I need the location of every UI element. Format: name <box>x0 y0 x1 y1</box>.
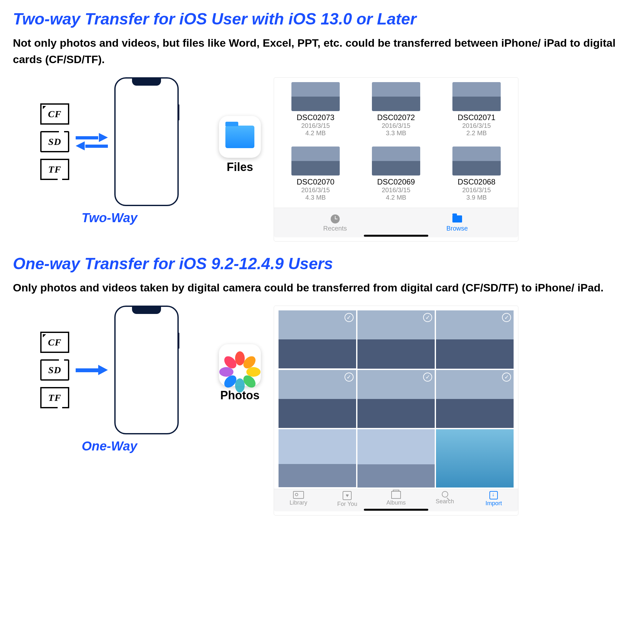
file-item[interactable]: DSC02073 2016/3/15 4.2 MB <box>279 82 353 137</box>
card-tf: TF <box>40 387 69 408</box>
check-icon: ✓ <box>345 313 354 322</box>
file-thumbnail <box>372 82 420 111</box>
photo-cell[interactable] <box>279 429 356 487</box>
photos-app-icon <box>219 344 261 386</box>
heart-icon <box>343 491 352 500</box>
file-date: 2016/3/15 <box>301 122 330 129</box>
tab-albums[interactable]: Albums <box>372 491 421 507</box>
photo-cell[interactable]: ✓ <box>279 310 356 368</box>
file-size: 3.3 MB <box>386 129 406 137</box>
files-app-label: Files <box>227 160 253 174</box>
photo-cell[interactable]: ✓ <box>436 370 514 428</box>
import-icon <box>489 491 498 499</box>
diagram-label-two-way: Two-Way <box>81 211 137 225</box>
diagram-one-way: CF SD TF One-Way <box>13 306 206 516</box>
tab-search[interactable]: Search <box>421 491 469 507</box>
photos-import-screenshot: ✓ ✓ ✓ ✓ ✓ ✓ Library For You <box>274 306 518 516</box>
file-thumbnail <box>291 82 340 111</box>
tab-import[interactable]: Import <box>469 491 518 507</box>
desc-two-way: Not only photos and videos, but files li… <box>13 35 631 68</box>
card-sd: SD <box>40 131 69 152</box>
tab-label: Library <box>289 499 307 506</box>
photo-cell[interactable]: ✓ <box>357 370 435 428</box>
tab-label: Import <box>486 500 502 507</box>
file-thumbnail <box>452 147 501 175</box>
section-two-way: Two-way Transfer for iOS User with iOS 1… <box>13 10 631 241</box>
file-name: DSC02069 <box>377 177 415 186</box>
home-indicator <box>364 509 428 511</box>
file-item[interactable]: DSC02071 2016/3/15 2.2 MB <box>440 82 514 137</box>
tab-label: Recents <box>323 225 347 232</box>
photo-cell[interactable]: ✓ <box>279 370 356 428</box>
file-date: 2016/3/15 <box>462 122 491 129</box>
file-name: DSC02070 <box>297 177 334 186</box>
file-size: 3.9 MB <box>466 194 487 201</box>
tab-library[interactable]: Library <box>274 491 323 507</box>
tab-label: Albums <box>386 499 406 506</box>
photo-cell[interactable] <box>436 429 514 488</box>
check-icon: ✓ <box>423 373 432 382</box>
photo-cell[interactable]: ✓ <box>357 310 435 369</box>
file-date: 2016/3/15 <box>382 186 411 194</box>
tab-label: Browse <box>446 225 468 232</box>
file-item[interactable]: DSC02069 2016/3/15 4.2 MB <box>359 147 433 201</box>
tab-browse[interactable]: Browse <box>396 211 518 237</box>
library-icon <box>293 491 304 499</box>
section-one-way: One-way Transfer for iOS 9.2-12.4.9 User… <box>13 254 631 516</box>
file-size: 4.3 MB <box>305 194 326 201</box>
file-name: DSC02071 <box>458 113 495 122</box>
card-cf: CF <box>40 103 69 125</box>
search-icon <box>442 491 448 497</box>
file-thumbnail <box>291 147 340 175</box>
phone-outline-icon <box>114 306 179 434</box>
file-name: DSC02068 <box>458 177 495 186</box>
phone-outline-icon <box>114 77 179 206</box>
card-tf: TF <box>40 159 69 180</box>
file-name: DSC02072 <box>377 113 415 122</box>
file-date: 2016/3/15 <box>382 122 411 129</box>
folder-icon <box>452 214 462 224</box>
card-sd: SD <box>40 359 69 381</box>
files-app-icon <box>219 116 261 158</box>
tab-label: Search <box>436 498 454 505</box>
clock-icon <box>330 214 340 224</box>
file-item[interactable]: DSC02068 2016/3/15 3.9 MB <box>440 147 514 201</box>
check-icon: ✓ <box>345 373 354 382</box>
heading-one-way: One-way Transfer for iOS 9.2-12.4.9 User… <box>13 254 631 273</box>
photos-app: Photos <box>219 344 261 516</box>
tab-recents[interactable]: Recents <box>274 211 396 237</box>
file-size: 2.2 MB <box>466 129 487 137</box>
file-size: 4.2 MB <box>386 194 406 201</box>
file-name: DSC02073 <box>297 113 334 122</box>
card-cf: CF <box>40 332 69 353</box>
two-way-arrows-icon <box>76 134 108 149</box>
heading-two-way: Two-way Transfer for iOS User with iOS 1… <box>13 10 631 28</box>
file-thumbnail <box>372 147 420 175</box>
desc-one-way: Only photos and videos taken by digital … <box>13 279 631 296</box>
photo-cell[interactable] <box>357 429 435 488</box>
file-item[interactable]: DSC02070 2016/3/15 4.3 MB <box>279 147 353 201</box>
home-indicator <box>364 235 428 237</box>
check-icon: ✓ <box>423 313 432 322</box>
file-thumbnail <box>452 82 501 111</box>
check-icon: ✓ <box>502 313 511 322</box>
file-size: 4.2 MB <box>305 129 326 137</box>
albums-icon <box>391 491 401 499</box>
file-date: 2016/3/15 <box>462 186 491 194</box>
one-way-arrow-icon <box>76 366 108 374</box>
files-browser-screenshot: DSC02073 2016/3/15 4.2 MB DSC02072 2016/… <box>274 77 518 241</box>
diagram-label-one-way: One-Way <box>82 439 137 453</box>
check-icon: ✓ <box>502 373 511 382</box>
file-date: 2016/3/15 <box>301 186 330 194</box>
tab-label: For You <box>337 501 357 507</box>
file-item[interactable]: DSC02072 2016/3/15 3.3 MB <box>359 82 433 137</box>
tab-for-you[interactable]: For You <box>323 491 372 507</box>
photo-cell[interactable]: ✓ <box>436 310 514 369</box>
files-app: Files <box>219 116 261 241</box>
diagram-two-way: CF SD TF Two-Way <box>13 77 206 241</box>
